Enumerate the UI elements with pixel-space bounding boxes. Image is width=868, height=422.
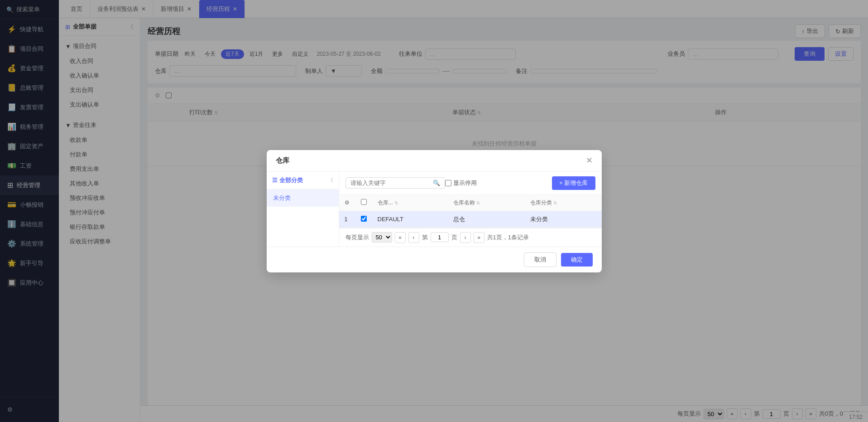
modal-header-row: ⚙ 仓库... ⇅: [339, 195, 602, 211]
add-warehouse-button[interactable]: + 新增仓库: [552, 176, 595, 190]
modal-gear-icon: ⚙: [345, 199, 350, 206]
warehouse-modal: 仓库 ✕ ☰ 全部分类 《 未分类: [267, 150, 602, 272]
modal-next-page-btn[interactable]: ›: [460, 232, 471, 243]
modal-row-checkbox-cell: [355, 211, 372, 228]
modal-row-code: DEFAULT: [372, 211, 448, 228]
modal-per-page-label: 每页显示: [345, 233, 369, 242]
modal-table-area: ⚙ 仓库... ⇅: [339, 195, 602, 228]
modal-all-label: 全部分类: [279, 176, 303, 184]
show-disabled-checkbox[interactable]: [445, 180, 451, 186]
modal-body: ☰ 全部分类 《 未分类 🔍 显示停用: [267, 172, 602, 247]
modal-table: ⚙ 仓库... ⇅: [339, 195, 602, 228]
modal-sort-code[interactable]: ⇅: [394, 200, 398, 205]
modal-page-input[interactable]: [431, 233, 449, 242]
modal-col-category: 仓库分类 ⇅: [525, 195, 602, 211]
modal-per-page-select[interactable]: 50: [372, 232, 392, 243]
modal-left-header: ☰ 全部分类 《: [267, 172, 339, 189]
modal-page-label: 页: [451, 233, 457, 242]
cancel-button[interactable]: 取消: [524, 252, 556, 267]
modal-col-code: 仓库... ⇅: [372, 195, 448, 211]
modal-last-page-btn[interactable]: »: [474, 232, 484, 243]
modal-overlay: 仓库 ✕ ☰ 全部分类 《 未分类: [0, 0, 868, 422]
modal-row-category: 未分类: [525, 211, 602, 228]
modal-pagination: 每页显示 50 « ‹ 第 页 › » 共1页，1条记录: [345, 232, 529, 243]
modal-prev-page-btn[interactable]: ‹: [408, 232, 419, 243]
modal-sort-category[interactable]: ⇅: [553, 200, 557, 205]
show-disabled-group: 显示停用: [445, 179, 477, 187]
modal-search-input[interactable]: [350, 179, 430, 186]
modal-col-gear: ⚙: [339, 195, 355, 211]
modal-col-name: 仓库名称 ⇅: [448, 195, 525, 211]
modal-search-box: 🔍: [345, 177, 445, 189]
modal-sort-name[interactable]: ⇅: [476, 200, 480, 205]
modal-right-panel: 🔍 显示停用 + 新增仓库 ⚙: [339, 172, 602, 247]
modal-total-text: 共1页，1条记录: [487, 233, 529, 242]
modal-toolbar: 🔍 显示停用 + 新增仓库: [339, 172, 602, 195]
modal-row-checkbox[interactable]: [361, 216, 367, 222]
list-icon: ☰: [272, 177, 278, 184]
modal-page-word: 第: [422, 233, 428, 242]
modal-header: 仓库 ✕: [267, 150, 602, 172]
modal-table-body: 1 DEFAULT 总仓 未分类: [339, 211, 602, 228]
confirm-button[interactable]: 确定: [561, 253, 593, 267]
show-disabled-label: 显示停用: [453, 179, 477, 187]
modal-left-panel: ☰ 全部分类 《 未分类: [267, 172, 339, 247]
modal-col-checkbox: [355, 195, 372, 211]
modal-close-button[interactable]: ✕: [586, 156, 593, 165]
modal-first-page-btn[interactable]: «: [395, 232, 406, 243]
modal-row-name: 总仓: [448, 211, 525, 228]
modal-title: 仓库: [276, 156, 289, 165]
modal-select-all-checkbox[interactable]: [361, 199, 367, 205]
modal-action-footer: 取消 确定: [267, 247, 602, 272]
modal-search-icon: 🔍: [433, 179, 440, 186]
modal-table-head: ⚙ 仓库... ⇅: [339, 195, 602, 211]
modal-footer-bar: 每页显示 50 « ‹ 第 页 › » 共1页，1条记录: [339, 228, 602, 247]
modal-row-num: 1: [339, 211, 355, 228]
modal-left-collapse-btn[interactable]: 《: [328, 176, 333, 184]
table-row[interactable]: 1 DEFAULT 总仓 未分类: [339, 211, 602, 228]
modal-left-unclassified[interactable]: 未分类: [267, 189, 339, 207]
